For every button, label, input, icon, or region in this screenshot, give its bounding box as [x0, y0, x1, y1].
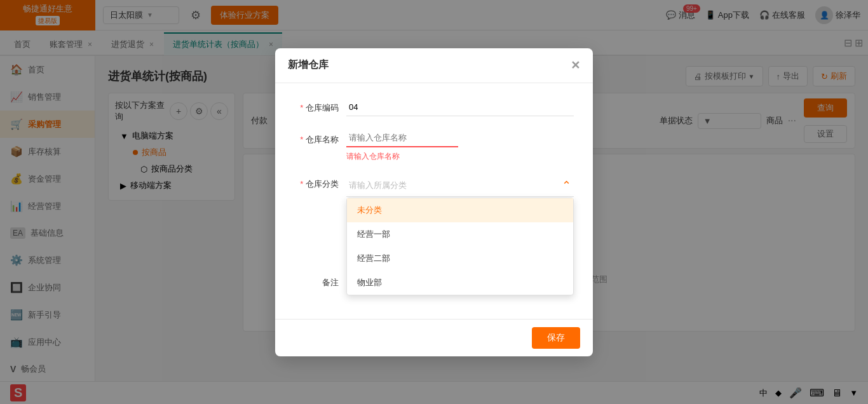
category-label: 仓库分类 [294, 175, 339, 190]
dialog-header: 新增仓库 ✕ [275, 48, 593, 83]
code-input[interactable] [346, 98, 574, 116]
dialog-title: 新增仓库 [288, 58, 329, 72]
category-chevron-icon: ⌃ [562, 178, 571, 192]
code-field-row: 仓库编码 [294, 98, 574, 116]
category-dropdown-wrap: 请输入所属分类 ⌃ 未分类 经营一部 经营二部 物业部 [346, 175, 574, 197]
category-dropdown-list: 未分类 经营一部 经营二部 物业部 [346, 198, 574, 295]
name-input[interactable] [346, 129, 458, 147]
name-field-inner: 仓库名称 [294, 129, 458, 147]
save-button[interactable]: 保存 [532, 327, 580, 349]
name-field-row: 仓库名称 请输入仓库名称 [294, 129, 574, 162]
name-label: 仓库名称 [294, 130, 339, 145]
note-label: 备注 [294, 273, 339, 288]
name-error-area: 请输入仓库名称 [294, 150, 400, 162]
name-field-wrap [346, 129, 458, 147]
dialog-close-button[interactable]: ✕ [571, 58, 580, 72]
dialog-overlay: 新增仓库 ✕ 仓库编码 仓库名称 请输入仓库名称 [0, 0, 868, 404]
category-trigger[interactable]: 请输入所属分类 ⌃ [346, 175, 574, 197]
category-placeholder: 请输入所属分类 [349, 180, 407, 191]
dialog-footer: 保存 [275, 319, 593, 356]
category-field-row: 仓库分类 请输入所属分类 ⌃ 未分类 经营一部 经营二部 物业部 [294, 175, 574, 197]
name-error-tip: 请输入仓库名称 [346, 152, 400, 161]
dropdown-item-dept3[interactable]: 物业部 [347, 271, 573, 295]
dropdown-item-dept1[interactable]: 经营一部 [347, 222, 573, 246]
add-warehouse-dialog: 新增仓库 ✕ 仓库编码 仓库名称 请输入仓库名称 [275, 48, 593, 356]
dropdown-item-dept2[interactable]: 经营二部 [347, 246, 573, 271]
dropdown-item-unclassified[interactable]: 未分类 [347, 198, 573, 222]
code-label: 仓库编码 [294, 98, 339, 114]
dialog-body: 仓库编码 仓库名称 请输入仓库名称 仓库分类 [275, 83, 593, 319]
